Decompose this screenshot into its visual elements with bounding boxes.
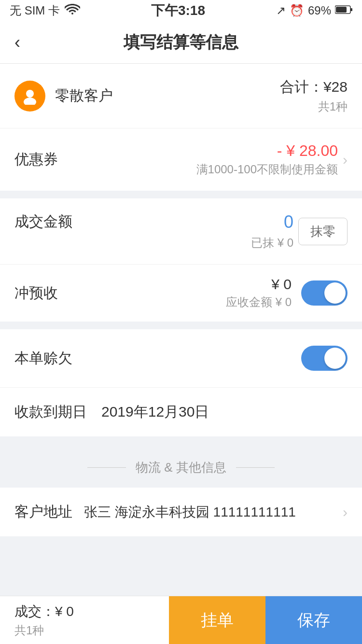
svg-rect-2	[336, 7, 347, 13]
status-bar: 无 SIM 卡 下午3:18 ↗ ⏰ 69%	[0, 0, 362, 21]
bottom-deal: 成交：¥ 0	[14, 602, 154, 621]
prepay-label: 冲预收	[14, 283, 58, 303]
svg-point-4	[24, 98, 36, 105]
prepay-sub: 应收金额 ¥ 0	[226, 294, 292, 310]
prepay-yen: ¥ 0	[226, 276, 292, 293]
coupon-chevron-icon: ›	[343, 152, 348, 168]
duedate-value: 2019年12月30日	[101, 402, 209, 422]
customer-card: 零散客户 合计：¥28 共1种 优惠券 - ¥ 28.00 满1000-100不…	[0, 64, 362, 191]
logistics-sep: 物流 & 其他信息	[0, 444, 362, 488]
content: 零散客户 合计：¥28 共1种 优惠券 - ¥ 28.00 满1000-100不…	[0, 64, 362, 602]
customer-row: 零散客户 合计：¥28 共1种	[0, 64, 362, 128]
svg-rect-1	[350, 8, 352, 11]
transaction-row: 成交金额 0 已抹 ¥ 0 抹零	[0, 198, 362, 264]
debt-card: 本单赊欠 收款到期日 2019年12月30日	[0, 329, 362, 436]
bottom-count: 共1种	[14, 623, 154, 638]
location-icon: ↗	[276, 4, 286, 17]
address-label: 客户地址	[14, 502, 72, 522]
round-button[interactable]: 抹零	[298, 218, 348, 245]
bottom-left: 成交：¥ 0 共1种	[0, 602, 169, 638]
save-button[interactable]: 保存	[265, 596, 362, 644]
battery-icon	[335, 4, 352, 17]
prepay-amounts: ¥ 0 应收金额 ¥ 0	[226, 276, 292, 310]
prepay-toggle[interactable]	[301, 280, 348, 306]
nav-title: 填写结算等信息	[124, 31, 238, 54]
prepay-row: 冲预收 ¥ 0 应收金额 ¥ 0	[0, 264, 362, 322]
customer-left: 零散客户	[14, 81, 113, 112]
debt-row: 本单赊欠	[0, 329, 362, 387]
coupon-values: - ¥ 28.00 满1000-100不限制使用金额	[196, 142, 338, 177]
transaction-label: 成交金额	[14, 212, 72, 232]
nav-bar: ‹ 填写结算等信息	[0, 21, 362, 64]
customer-right: 合计：¥28 共1种	[280, 77, 348, 114]
coupon-row[interactable]: 优惠券 - ¥ 28.00 满1000-100不限制使用金额 ›	[0, 128, 362, 191]
bottom-bar: 成交：¥ 0 共1种 挂单 保存	[0, 596, 362, 644]
address-value: 张三 海淀永丰科技园 11111111111	[84, 503, 331, 521]
coupon-desc: 满1000-100不限制使用金额	[196, 162, 338, 177]
debt-label: 本单赊欠	[14, 349, 72, 368]
debt-toggle[interactable]	[301, 346, 348, 371]
transaction-card: 成交金额 0 已抹 ¥ 0 抹零 冲预收 ¥ 0 应收金额 ¥ 0	[0, 198, 362, 322]
address-card[interactable]: 客户地址 张三 海淀永丰科技园 11111111111 ›	[0, 488, 362, 536]
battery-label: 69%	[308, 4, 331, 17]
logistics-title: 物流 & 其他信息	[87, 459, 275, 476]
sim-label: 无 SIM 卡	[10, 3, 60, 18]
transaction-right: 0 已抹 ¥ 0 抹零	[251, 212, 348, 251]
coupon-label: 优惠券	[14, 150, 58, 169]
coupon-right: - ¥ 28.00 满1000-100不限制使用金额 ›	[196, 142, 348, 177]
address-chevron-icon: ›	[343, 504, 348, 520]
svg-point-3	[26, 90, 34, 98]
transaction-values: 0 已抹 ¥ 0	[251, 212, 293, 251]
customer-name: 零散客户	[55, 86, 113, 106]
status-left: 无 SIM 卡	[10, 3, 80, 18]
deal-label: 成交：	[14, 604, 55, 619]
status-time: 下午3:18	[151, 1, 205, 20]
duedate-label: 收款到期日	[14, 402, 87, 422]
prepay-right: ¥ 0 应收金额 ¥ 0	[226, 276, 348, 310]
duedate-row: 收款到期日 2019年12月30日	[0, 387, 362, 436]
back-button[interactable]: ‹	[14, 32, 20, 53]
wifi-icon	[65, 4, 80, 17]
transaction-value: 0	[251, 212, 293, 232]
customer-count: 共1种	[280, 99, 348, 114]
coupon-amount: - ¥ 28.00	[196, 142, 338, 160]
transaction-sub: 已抹 ¥ 0	[251, 235, 293, 251]
status-right: ↗ ⏰ 69%	[276, 4, 352, 17]
customer-total: 合计：¥28	[280, 77, 348, 97]
alarm-icon: ⏰	[290, 4, 304, 17]
customer-avatar	[14, 81, 45, 112]
deal-amount: ¥ 0	[55, 604, 74, 619]
address-row[interactable]: 客户地址 张三 海淀永丰科技园 11111111111 ›	[0, 488, 362, 536]
hold-button[interactable]: 挂单	[169, 596, 265, 644]
